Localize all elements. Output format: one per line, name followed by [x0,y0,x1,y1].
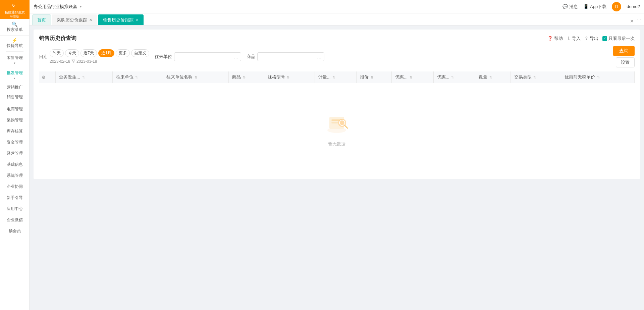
date-btn-more[interactable]: 更多 [116,49,130,57]
help-icon: ❓ [547,36,553,41]
th-pretax-label: 优惠前无税单价 [565,74,595,80]
th-discount2[interactable]: 优惠... ⇅ [433,71,475,83]
sidebar-item-app-center[interactable]: 应用中心 [0,203,29,214]
filter-row: 日期 昨天 今天 近7天 近1月 更多 自定义 2023-02-18 至 202… [39,46,635,67]
tab-home[interactable]: 首页 [32,14,51,25]
tab-purchase[interactable]: 采购历史价跟踪 ✕ [52,14,97,25]
sidebar-item-member[interactable]: 畅会员 [0,225,29,237]
sidebar: 6 畅捷通好生意 标准版 🔍 搜索菜单 ⚡ 快捷导航 零售管理 ▾ 批发管理 ▴… [0,0,30,310]
topbar-right: 💬 消息 📱 App下载 D demo2 [562,2,640,11]
page-actions: ❓ 帮助 ⇩ 导入 ⇪ 导出 ✓ 只看最后一次 [547,36,635,42]
th-discount1-label: 优惠... [395,74,408,80]
query-btn[interactable]: 查询 [613,46,635,56]
tab-purchase-close-icon[interactable]: ✕ [89,18,92,22]
sidebar-item-guide[interactable]: 新手引导 [0,192,29,203]
settings-btn[interactable]: 设置 [616,57,635,67]
tab-home-label: 首页 [37,17,46,23]
date-btn-today[interactable]: 今天 [65,49,79,57]
table-settings-btn[interactable]: ⚙ [39,71,56,83]
tab-sales[interactable]: 销售历史价跟踪 ✕ [98,14,144,25]
th-qty-label: 数量 [479,74,487,80]
sidebar-item-purchase[interactable]: 采购管理 [0,115,29,126]
import-btn[interactable]: ⇩ 导入 [567,36,581,42]
th-partner-code[interactable]: 往来单位 ⇅ [112,71,163,83]
sidebar-item-retail[interactable]: 零售管理 ▾ [0,52,29,67]
product-dots-icon[interactable]: ... [317,54,321,60]
source-label: 往来单位 [155,54,172,60]
date-btn-7days[interactable]: 近7天 [80,49,97,57]
svg-text:6: 6 [12,3,14,8]
help-btn[interactable]: ❓ 帮助 [547,36,563,42]
th-price[interactable]: 报价 ⇅ [356,71,391,83]
table-wrap: ⚙ 业务发生... ⇅ 往来单位 ⇅ 往来单位名称 ⇅ [39,71,635,174]
sidebar-item-ecommerce[interactable]: 电商管理 [0,104,29,115]
help-label: 帮助 [554,36,563,42]
date-btn-custom[interactable]: 自定义 [131,49,149,57]
th-price-sort-icon: ⇅ [371,75,373,79]
th-product-sort-icon: ⇅ [243,75,246,79]
sidebar-item-system[interactable]: 系统管理 [0,170,29,181]
topbar-left: 办公用品行业模拟账套 ▾ [34,4,562,10]
product-input[interactable] [260,54,317,59]
filter-product: 商品 ... [247,52,324,61]
sidebar-item-operation[interactable]: 经营管理 [0,148,29,159]
export-label: 导出 [590,36,598,42]
source-input[interactable] [177,54,234,59]
th-spec-label: 规格型号 [268,74,285,80]
th-spec-sort-icon: ⇅ [287,75,289,79]
username-label[interactable]: demo2 [627,4,640,9]
sidebar-item-marketing[interactable]: 营销推广 [0,83,29,92]
product-label: 商品 [247,54,255,60]
topbar-message[interactable]: 💬 消息 [562,4,578,10]
date-range: 2023-02-18 至 2023-03-18 [50,59,149,64]
sidebar-item-wechat[interactable]: 企业微信 [0,214,29,225]
th-qty[interactable]: 数量 ⇅ [475,71,511,83]
svg-line-7 [345,125,347,128]
page-title: 销售历史价查询 [39,35,76,42]
date-btn-1month[interactable]: 近1月 [98,49,115,57]
th-spec[interactable]: 规格型号 ⇅ [264,71,315,83]
th-trade-type-label: 交易类型 [514,74,532,80]
tabbar: 首页 采购历史价跟踪 ✕ 销售历史价跟踪 ✕ ✕ ⛶ [30,13,644,25]
sidebar-item-collab[interactable]: 企业协同 [0,181,29,192]
th-product[interactable]: 商品 ⇅ [229,71,264,83]
avatar-label: D [615,4,618,9]
sidebar-item-wholesale[interactable]: 批发管理 ▴ [0,67,29,83]
topbar-appdownload[interactable]: 📱 App下载 [583,4,606,10]
th-discount1[interactable]: 优惠... ⇅ [392,71,433,83]
th-partner-name-sort-icon: ⇅ [195,75,197,79]
export-btn[interactable]: ⇪ 导出 [585,36,598,42]
dropdown-icon[interactable]: ▾ [80,4,82,9]
sidebar-item-finance[interactable]: 资金管理 [0,137,29,148]
th-partner-name[interactable]: 往来单位名称 ⇅ [163,71,229,83]
topbar: 办公用品行业模拟账套 ▾ 💬 消息 📱 App下载 D demo2 [30,0,644,13]
sidebar-item-basic[interactable]: 基础信息 [0,159,29,170]
message-icon: 💬 [562,4,568,9]
filter-right: 查询 设置 [613,46,635,67]
user-avatar[interactable]: D [612,2,621,11]
th-date-sort-icon: ⇅ [82,75,85,79]
app-logo[interactable]: 6 畅捷通好生意 标准版 [0,0,30,19]
th-trade-type[interactable]: 交易类型 ⇅ [511,71,561,83]
date-label: 日期 [39,54,48,60]
th-date[interactable]: 业务发生... ⇅ [56,71,113,83]
source-input-wrap: ... [174,52,241,61]
import-icon: ⇩ [567,36,571,41]
import-label: 导入 [572,36,581,42]
sidebar-item-quick[interactable]: ⚡ 快捷导航 [0,36,29,51]
only-last-checkbox[interactable]: ✓ 只看最后一次 [602,36,635,42]
th-pretax[interactable]: 优惠前无税单价 ⇅ [561,71,635,83]
message-label: 消息 [569,4,578,10]
sidebar-item-search[interactable]: 🔍 搜索菜单 [0,19,29,36]
page-card: 销售历史价查询 ❓ 帮助 ⇩ 导入 ⇪ 导出 ✓ 只看最后一次 [34,30,640,179]
app-name: 畅捷通好生意 [5,10,25,14]
source-dots-icon[interactable]: ... [234,54,238,60]
tabbar-close-btn[interactable]: ✕ [630,18,634,24]
th-unit[interactable]: 计量... ⇅ [315,71,356,83]
tab-sales-close-icon[interactable]: ✕ [136,18,139,22]
sidebar-item-inventory[interactable]: 库存核算 [0,126,29,137]
sidebar-item-sales-mgmt[interactable]: 销售管理 [0,92,29,102]
date-btn-yesterday[interactable]: 昨天 [50,49,64,57]
th-trade-type-sort-icon: ⇅ [533,75,536,79]
tabbar-expand-btn[interactable]: ⛶ [637,18,641,24]
